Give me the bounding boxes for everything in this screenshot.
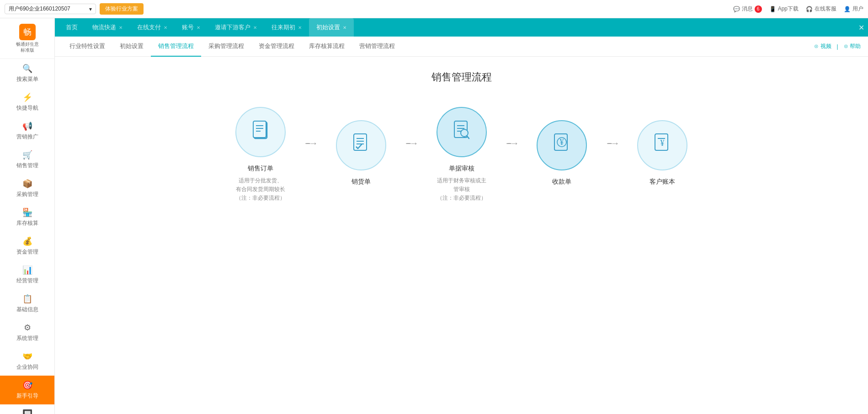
tab-account-label: 账号 [182,23,194,32]
sidebar-item-label: 采购管理 [16,191,38,198]
subnav-marketing-flow-label: 营销管理流程 [359,42,395,50]
sidebar-item-basicinfo[interactable]: 📋 基础信息 [0,289,54,318]
step3-title: 单据审核 [449,165,474,173]
tab-initial-setup-label: 初始设置 [316,23,340,32]
subnav-industry[interactable]: 行业特性设置 [62,37,112,57]
tab-account-close[interactable]: ✕ [197,25,200,30]
message-badge: 6 [755,5,762,13]
sidebar-item-label: 基础信息 [16,306,38,313]
flow-step-2[interactable]: 销货单 [320,120,402,190]
invoice-icon [350,132,372,158]
message-label: 消息 [742,5,753,13]
sidebar-item-marketing[interactable]: 📢 营销推广 [0,117,54,145]
sidebar: 畅 畅通好生意标准版 🔍 搜索菜单 ⚡ 快捷导航 📢 营销推广 🛒 [0,18,55,414]
online-service-item[interactable]: 🎧 在线客服 [806,5,836,13]
subnav-inventory-flow-label: 库存核算流程 [309,42,345,50]
inventory-icon: 🏪 [22,207,32,218]
sidebar-item-guide[interactable]: 🎯 新手引导 [0,376,54,404]
sidebar-nav: 🔍 搜索菜单 ⚡ 快捷导航 📢 营销推广 🛒 销售管理 📦 采购管理 [0,59,54,414]
sub-nav: 行业特性设置 初始设置 销售管理流程 采购管理流程 资金管理流程 库存核算流程 … [55,37,868,57]
user-avatar-item[interactable]: 👤 用户 [844,5,863,13]
tab-home[interactable]: 首页 [59,18,85,37]
logo-icon: 畅 [19,24,36,40]
sidebar-item-label: 快捷导航 [16,104,38,112]
tab-logistics-close[interactable]: ✕ [119,25,122,30]
subnav-inventory-flow[interactable]: 库存核算流程 [302,37,352,57]
online-service-label: 在线客服 [815,5,836,13]
sidebar-item-label: 搜索菜单 [16,75,38,83]
flow-circle-4: ¥ [537,120,587,170]
trial-button[interactable]: 体验行业方案 [100,3,144,15]
subnav-marketing-flow[interactable]: 营销管理流程 [352,37,402,57]
tab-payment[interactable]: 在线支付 ✕ [130,18,175,37]
flow-step-5[interactable]: ¥ 客户账本 [621,120,703,190]
step1-desc: 适用于分批发货、有合同发货周期较长（注：非必要流程） [236,176,285,203]
subnav-initial[interactable]: 初始设置 [112,37,151,57]
sidebar-item-inventory[interactable]: 🏪 库存核算 [0,203,54,232]
subnav-initial-label: 初始设置 [120,42,144,50]
tab-payment-close[interactable]: ✕ [164,25,167,30]
user-name-label: 用户 [852,5,863,13]
tab-initial-period[interactable]: 往来期初 ✕ [264,18,309,37]
step1-title: 销售订单 [248,165,273,173]
sidebar-item-finance[interactable]: 💰 资金管理 [0,232,54,260]
step5-title: 客户账本 [650,178,675,186]
dropdown-arrow-icon: ▾ [89,6,92,12]
page-content: 销售管理流程 [55,57,868,414]
tab-payment-label: 在线支付 [137,23,161,32]
tab-invite[interactable]: 邀请下游客户 ✕ [208,18,264,37]
message-icon: 💬 [733,6,740,12]
flow-step-1[interactable]: 销售订单 适用于分批发货、有合同发货周期较长（注：非必要流程） [219,107,302,203]
subnav-finance-flow-label: 资金管理流程 [259,42,294,50]
main-layout: 畅 畅通好生意标准版 🔍 搜索菜单 ⚡ 快捷导航 📢 营销推广 🛒 [0,18,868,414]
step2-title: 销货单 [351,178,371,186]
tab-initial-setup[interactable]: 初始设置 ✕ [309,18,354,37]
collab-icon: 🤝 [22,351,32,361]
sidebar-item-system[interactable]: ⚙ 系统管理 [0,318,54,347]
purchase-icon: 📦 [22,179,32,189]
nav-tabs-close-icon[interactable]: ✕ [858,23,864,32]
step3-desc: 适用于财务审核或主管审核（注：非必要流程） [437,176,486,203]
content-area: 首页 物流快递 ✕ 在线支付 ✕ 账号 ✕ 邀请下游客户 ✕ 往来期初 ✕ [55,18,868,414]
guide-icon: 🎯 [22,380,32,390]
finance-icon: 💰 [22,236,32,246]
subnav-sales-flow-label: 销售管理流程 [158,42,194,50]
sidebar-item-operation[interactable]: 📊 经营管理 [0,260,54,289]
tab-initial-period-label: 往来期初 [272,23,295,32]
top-bar: 用户690企业1660120507 ▾ 体验行业方案 💬 消息 6 📱 App下… [0,0,868,18]
user-selector[interactable]: 用户690企业1660120507 ▾ [5,4,96,14]
logo-text: 畅通好生意标准版 [16,41,39,53]
sidebar-item-quicknav[interactable]: ⚡ 快捷导航 [0,88,54,117]
sidebar-item-label: 资金管理 [16,248,38,256]
help-link[interactable]: ⊙ 帮助 [844,42,861,50]
tab-logistics-label: 物流快递 [92,23,116,32]
flow-step-4[interactable]: ¥ 收款单 [521,120,603,190]
subnav-purchase-flow[interactable]: 采购管理流程 [201,37,251,57]
tab-account[interactable]: 账号 ✕ [175,18,208,37]
tab-home-label: 首页 [66,23,78,32]
sales-order-icon [250,119,272,145]
sidebar-item-collab[interactable]: 🤝 企业协同 [0,347,54,376]
subnav-sales-flow[interactable]: 销售管理流程 [151,37,201,57]
video-link[interactable]: ⊙ 视频 [814,42,831,50]
tab-initial-setup-close[interactable]: ✕ [343,25,346,30]
operation-icon: 📊 [22,265,32,275]
app-download-item[interactable]: 📱 App下载 [769,5,799,13]
subnav-finance-flow[interactable]: 资金管理流程 [251,37,302,57]
sidebar-item-sales[interactable]: 🛒 销售管理 [0,145,54,174]
sidebar-item-search[interactable]: 🔍 搜索菜单 [0,59,54,88]
sidebar-item-label: 经营管理 [16,277,38,285]
sidebar-item-label: 销售管理 [16,162,38,170]
sidebar-item-label: 新手引导 [16,392,38,400]
tab-logistics[interactable]: 物流快递 ✕ [85,18,130,37]
message-item[interactable]: 💬 消息 6 [733,5,762,13]
sidebar-item-appcenter[interactable]: 🔲 应用中心 [0,404,54,414]
sidebar-item-purchase[interactable]: 📦 采购管理 [0,174,54,203]
flow-circle-5: ¥ [637,120,687,170]
svg-text:¥: ¥ [660,138,665,148]
flow-step-3[interactable]: 单据审核 适用于财务审核或主管审核（注：非必要流程） [421,107,503,203]
tab-initial-period-close[interactable]: ✕ [298,25,302,30]
tab-invite-close[interactable]: ✕ [253,25,257,30]
arrow-3: ---→ [506,138,517,171]
review-icon [451,119,473,145]
